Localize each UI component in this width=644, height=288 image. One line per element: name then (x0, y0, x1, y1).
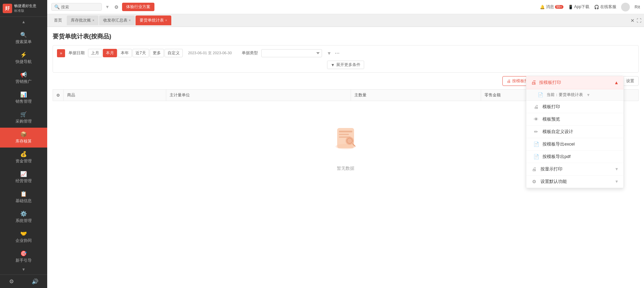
empty-text: 暂无数据 (337, 165, 354, 171)
dropdown-section-set-default[interactable]: ⚙ 设置默认功能 ▼ (526, 175, 623, 188)
type-filter-select[interactable] (261, 49, 322, 57)
window-controls: ✕ ⛶ (631, 18, 641, 23)
date-btn-last-month[interactable]: 上月 (88, 49, 102, 57)
date-btn-this-year[interactable]: 本年 (118, 49, 132, 57)
svg-rect-3 (339, 134, 349, 135)
eye-icon: 👁 (533, 117, 539, 122)
dropdown-section-arrow: ▼ (615, 179, 619, 184)
sidebar-item-basic[interactable]: 📋 基础信息 (0, 187, 47, 207)
tab-order-stats[interactable]: 要货单统计表 × (136, 15, 171, 25)
date-btn-more[interactable]: 更多 (150, 49, 164, 57)
print-icon: 🖨 (507, 79, 511, 84)
logo-icon: 好 (3, 4, 12, 13)
filter-bar: » 单据日期 上月 本月 本年 近7天 更多 自定义 2023-06-01 至 … (53, 45, 639, 73)
sidebar-item-purchase[interactable]: 🛒 采购管理 (0, 108, 47, 128)
dropdown-item-export-excel[interactable]: 📄 按模板导出excel (526, 138, 623, 151)
online-service-action[interactable]: 🎧 在线客服 (594, 4, 616, 10)
filter-expand-icon[interactable]: » (57, 49, 65, 57)
sidebar-item-system[interactable]: ⚙️ 系统管理 (0, 207, 47, 227)
tab-home[interactable]: 首页 (50, 15, 66, 25)
speaker-footer-icon[interactable]: 🔊 (32, 278, 38, 285)
dropdown-item-export-pdf[interactable]: 📄 按模板导出pdf (526, 151, 623, 163)
date-range-text: 2023-06-01 至 2023-06-30 (188, 51, 232, 56)
cart-icon: 🛒 (20, 111, 27, 118)
dropdown-header[interactable]: 🖨 按模板打印 ▲ (526, 76, 623, 89)
window-close-btn[interactable]: ✕ (631, 18, 635, 23)
table-col-gear[interactable]: ⚙ (53, 90, 64, 101)
dropdown-current-template[interactable]: 📄 当前：要货单统计表 ▼ (526, 89, 623, 101)
date-btn-7days[interactable]: 近7天 (133, 49, 149, 57)
tabbar: 首页 库存批次账 × 收发存汇总表 × 要货单统计表 × ✕ ⛶ (47, 14, 644, 27)
dropdown-section-display-print[interactable]: 🖨 按显示打印 ▼ (526, 163, 623, 175)
filter-row: » 单据日期 上月 本月 本年 近7天 更多 自定义 2023-06-01 至 … (57, 49, 634, 57)
user-avatar[interactable] (621, 3, 630, 11)
date-btn-custom[interactable]: 自定义 (165, 49, 183, 57)
window-expand-btn[interactable]: ⛶ (637, 18, 641, 23)
dropdown-close-btn[interactable]: ▲ (614, 80, 619, 85)
topbar-search-box[interactable]: 🔍 (51, 3, 102, 11)
table-col-qty: 主数量 (351, 90, 481, 101)
expand-more-btn[interactable]: ▼ 展开更多条件 (327, 61, 364, 69)
svg-rect-2 (339, 131, 352, 132)
handshake-icon: 🤝 (20, 230, 27, 237)
dropdown-item-label: 模板预览 (543, 116, 619, 122)
tab-receipt-summary[interactable]: 收发存汇总表 × (99, 15, 135, 25)
pdf-icon: 📄 (533, 154, 539, 159)
table-col-unit: 主计量单位 (166, 90, 351, 101)
message-action[interactable]: 🔔 消息 99+ (540, 4, 563, 10)
target-icon: 🎯 (20, 250, 27, 257)
dropdown-item-label: 模板打印 (543, 104, 619, 110)
expand-more-label: 展开更多条件 (336, 62, 360, 68)
dropdown-item-template-print[interactable]: 🖨 模板打印 (526, 101, 623, 113)
dropdown-item-label: 按模板导出pdf (543, 154, 619, 160)
sidebar-item-label: 快捷导航 (16, 59, 32, 65)
sidebar-item-label: 经营管理 (16, 178, 32, 184)
type-select-arrow: ▼ (327, 51, 331, 56)
app-download-action[interactable]: 📱 App下载 (568, 4, 589, 10)
main-content: 🔍 ▼ ⚙ 体验行业方案 🔔 消息 99+ 📱 App下载 🎧 在线客服 Rit (47, 0, 644, 288)
tab-batch-account-close[interactable]: × (92, 19, 94, 22)
page-area: 要货单统计表(按商品) » 单据日期 上月 本月 本年 近7天 更多 自定义 2… (47, 27, 644, 288)
tab-batch-account[interactable]: 库存批次账 × (67, 15, 98, 25)
sidebar-item-quick-nav[interactable]: ⚡ 快捷导航 (0, 48, 47, 68)
date-btn-this-month[interactable]: 本月 (103, 49, 117, 57)
set-default-icon: ⚙ (531, 179, 537, 184)
tab-home-label: 首页 (54, 18, 62, 23)
sidebar-item-label: 基础信息 (16, 198, 32, 204)
tab-order-stats-close[interactable]: × (165, 19, 167, 22)
sidebar-scroll-up[interactable]: ▲ (20, 18, 27, 26)
trial-button[interactable]: 体验行业方案 (122, 3, 154, 11)
table-col-product: 商品 (64, 90, 166, 101)
sidebar-item-inventory[interactable]: 📦 库存核算 (0, 128, 47, 148)
sidebar-item-label: 资金管理 (16, 158, 32, 164)
sidebar-item-label: 营销推广 (16, 79, 32, 85)
sidebar-item-label: 企业协同 (16, 238, 32, 244)
sidebar-item-guide[interactable]: 🎯 新手引导 (0, 247, 47, 264)
search-input[interactable] (61, 5, 95, 9)
sidebar-item-marketing[interactable]: 📢 营销推广 (0, 68, 47, 88)
sidebar-item-operation[interactable]: 📈 经营管理 (0, 167, 47, 187)
logo-text: 畅捷通好生意 标准版 (14, 3, 36, 13)
dropdown-item-template-preview[interactable]: 👁 模板预览 (526, 113, 623, 126)
dropdown-item-template-custom[interactable]: ✏ 模板自定义设计 (526, 126, 623, 138)
current-template-label: 当前：要货单统计表 (547, 92, 583, 98)
tab-receipt-summary-close[interactable]: × (129, 19, 131, 22)
type-filter-label: 单据类型 (242, 50, 258, 56)
settings-footer-icon[interactable]: ⚙ (9, 278, 14, 285)
dropdown-item-label: 按模板导出excel (543, 141, 619, 147)
gear-icon: ⚙️ (20, 211, 27, 217)
sidebar-item-search[interactable]: 🔍 搜索菜单 (0, 28, 47, 48)
sidebar-item-finance[interactable]: 💰 资金管理 (0, 148, 47, 167)
search-icon: 🔍 (20, 32, 27, 38)
search-icon: 🔍 (54, 4, 60, 9)
sidebar-item-collab[interactable]: 🤝 企业协同 (0, 227, 47, 247)
filter-more-icon[interactable]: ⋯ (335, 51, 340, 56)
clipboard-icon: 📋 (20, 191, 27, 197)
sidebar-item-label: 搜索菜单 (16, 39, 32, 45)
topbar-gear-icon[interactable]: ⚙ (114, 4, 119, 10)
sidebar-scroll-down[interactable]: ▼ (20, 266, 27, 273)
tab-order-stats-label: 要货单统计表 (140, 18, 164, 23)
sidebar-item-sales[interactable]: 📊 销售管理 (0, 88, 47, 108)
settings-btn[interactable]: 设置 (622, 76, 639, 86)
sidebar-item-label: 新手引导 (16, 258, 32, 263)
